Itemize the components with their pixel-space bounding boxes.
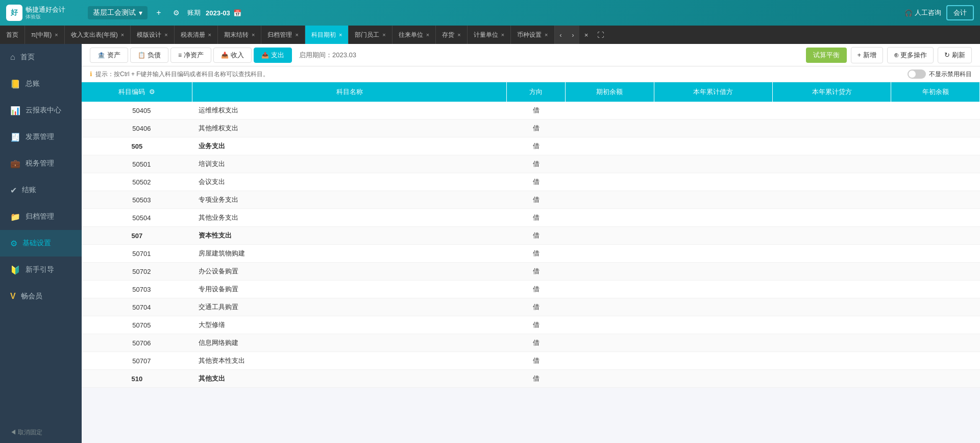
cell-code: 50501	[82, 155, 192, 173]
sidebar-collapse-btn[interactable]: ◀ 取消固定	[0, 422, 82, 443]
home-icon: ⌂	[10, 53, 15, 62]
company-name-btn[interactable]: 基层工会测试 ▾	[88, 6, 148, 19]
table-row[interactable]: 50704交通工具购置借	[82, 298, 980, 316]
table-row[interactable]: 50706信息网络购建借	[82, 334, 980, 352]
sub-tab-net-asset[interactable]: ≡ 净资产	[170, 48, 211, 63]
cell-direction: 借	[507, 120, 566, 137]
sidebar-item-invoice[interactable]: 🧾 发票管理	[0, 124, 82, 150]
account-button[interactable]: 会计	[946, 5, 974, 20]
tab-close-income-annual[interactable]: ×	[121, 32, 124, 38]
cell-name: 专用设备购置	[192, 281, 507, 298]
code-settings-icon[interactable]: ⚙	[149, 88, 155, 96]
calc-balance-btn[interactable]: 试算平衡	[806, 48, 847, 63]
tab-close-dept-employee[interactable]: ×	[382, 32, 385, 38]
table-row[interactable]: 50502会议支出借	[82, 173, 980, 191]
tab-next-btn[interactable]: ›	[567, 26, 579, 44]
cell-ytd-credit	[773, 102, 891, 120]
table-row[interactable]: 50703专用设备购置借	[82, 281, 980, 298]
tab-close-all-btn[interactable]: ×	[579, 26, 594, 44]
table-row[interactable]: 50702办公设备购置借	[82, 263, 980, 281]
tab-measure-unit[interactable]: 计量单位 ×	[468, 26, 511, 44]
customer-service-btn[interactable]: 🎧 人工咨询	[904, 8, 941, 17]
add-btn[interactable]: + 新增	[851, 47, 883, 63]
tab-close-counterparty[interactable]: ×	[426, 32, 429, 38]
tab-close-period-end[interactable]: ×	[252, 32, 255, 38]
tab-period-end[interactable]: 期末结转 ×	[218, 26, 261, 44]
asset-icon: 🏦	[97, 52, 105, 59]
tab-currency[interactable]: 币种设置 ×	[511, 26, 554, 44]
tab-close-template[interactable]: ×	[164, 32, 167, 38]
table-row[interactable]: 510其他支出借	[82, 370, 980, 388]
cell-direction: 借	[507, 298, 566, 316]
sub-tab-asset[interactable]: 🏦 资产	[90, 48, 128, 63]
more-ops-btn[interactable]: ⊕ 更多操作	[887, 47, 934, 63]
tab-expand-btn[interactable]: ⛶	[594, 26, 608, 44]
income-icon: 📥	[221, 52, 229, 59]
table-container[interactable]: 科目编码 ⚙ 科目名称 方向 期初余额 本年累计借方	[82, 82, 980, 443]
tab-subject-init[interactable]: 科目期初 ×	[305, 26, 349, 44]
tab-prev-btn[interactable]: ‹	[555, 26, 567, 44]
hint-icon: ℹ	[90, 71, 92, 78]
tab-counterparty[interactable]: 往来单位 ×	[393, 26, 436, 44]
tab-close-subject-init[interactable]: ×	[339, 32, 342, 38]
settle-icon: ✔	[10, 185, 17, 195]
cell-year-opening	[891, 263, 980, 281]
tab-income-annual[interactable]: 收入支出表(年报) ×	[65, 26, 131, 44]
sidebar-item-tax[interactable]: 💼 税务管理	[0, 150, 82, 177]
cell-ytd-debit	[654, 245, 772, 263]
sub-tab-liability[interactable]: 📋 负债	[130, 48, 168, 63]
tab-close-measure-unit[interactable]: ×	[501, 32, 504, 38]
cell-ytd-credit	[773, 281, 891, 298]
table-row[interactable]: 50501培训支出借	[82, 155, 980, 173]
table-row[interactable]: 50707其他资本性支出借	[82, 352, 980, 370]
cell-ytd-credit	[773, 155, 891, 173]
table-row[interactable]: 50503专项业务支出借	[82, 191, 980, 209]
sidebar-item-ledger[interactable]: 📒 总账	[0, 71, 82, 97]
sidebar-item-guide[interactable]: 🔰 新手引导	[0, 257, 82, 283]
tab-close-balance-mid[interactable]: ×	[55, 32, 58, 38]
sidebar-item-archive[interactable]: 📁 归档管理	[0, 203, 82, 230]
sidebar-item-settle[interactable]: ✔ 结账	[0, 177, 82, 203]
sub-tab-income[interactable]: 📥 收入	[213, 48, 252, 63]
sub-tab-bar: 🏦 资产 📋 负债 ≡ 净资产 📥 收入 📤 支出 启用期间：2023.03	[82, 44, 980, 66]
refresh-btn[interactable]: ↻ 刷新	[938, 47, 972, 63]
sidebar-item-home[interactable]: ⌂ 首页	[0, 44, 82, 71]
tab-archive[interactable]: 归档管理 ×	[261, 26, 305, 44]
cell-opening-balance	[566, 120, 654, 137]
tab-tax-clear[interactable]: 税表清册 ×	[175, 26, 218, 44]
cell-opening-balance	[566, 316, 654, 334]
tab-balance-mid[interactable]: π(中期) ×	[25, 26, 65, 44]
tab-inventory[interactable]: 存货 ×	[436, 26, 467, 44]
sub-tab-expense[interactable]: 📤 支出	[254, 48, 292, 63]
cell-code: 50706	[82, 334, 192, 352]
cell-opening-balance	[566, 245, 654, 263]
tab-template[interactable]: 模版设计 ×	[131, 26, 174, 44]
cell-ytd-debit	[654, 191, 772, 209]
sidebar-item-report[interactable]: 📊 云报表中心	[0, 97, 82, 124]
tab-home[interactable]: 首页	[0, 26, 25, 44]
table-row[interactable]: 50705大型修缮借	[82, 316, 980, 334]
tab-close-inventory[interactable]: ×	[457, 32, 460, 38]
cell-opening-balance	[566, 281, 654, 298]
table-row[interactable]: 50406其他维权支出借	[82, 120, 980, 137]
cell-name: 办公设备购置	[192, 263, 507, 281]
cell-direction: 借	[507, 137, 566, 155]
tab-dept-employee[interactable]: 部门员工 ×	[349, 26, 392, 44]
tab-close-currency[interactable]: ×	[545, 32, 548, 38]
cell-ytd-debit	[654, 209, 772, 227]
table-row[interactable]: 50405运维维权支出借	[82, 102, 980, 120]
table-row[interactable]: 507资本性支出借	[82, 227, 980, 245]
table-row[interactable]: 505业务支出借	[82, 137, 980, 155]
disable-toggle[interactable]	[908, 69, 926, 79]
table-row[interactable]: 50504其他业务支出借	[82, 209, 980, 227]
cell-ytd-debit	[654, 137, 772, 155]
sidebar-item-settings[interactable]: ⚙ 基础设置	[0, 230, 82, 257]
tab-close-tax-clear[interactable]: ×	[208, 32, 211, 38]
tab-close-archive[interactable]: ×	[295, 32, 298, 38]
calendar-icon[interactable]: 📅	[233, 9, 241, 17]
period-display: 启用期间：2023.03	[299, 51, 356, 60]
add-tab-btn[interactable]: +	[153, 4, 165, 22]
sidebar-item-member[interactable]: V 畅会员	[0, 283, 82, 310]
settings-icon-btn[interactable]: ⚙	[170, 4, 182, 22]
table-row[interactable]: 50701房屋建筑物购建借	[82, 245, 980, 263]
